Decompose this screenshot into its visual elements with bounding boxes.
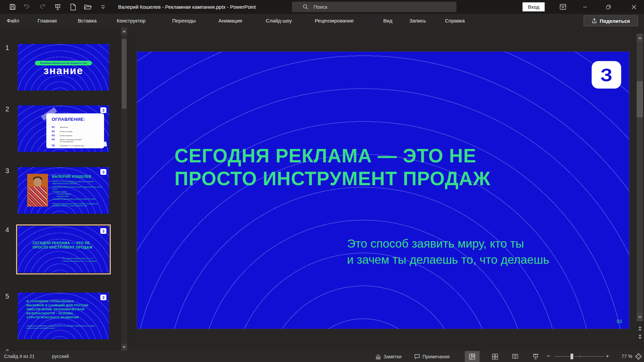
zoom-in-button[interactable]: + [606, 354, 611, 359]
save-icon[interactable] [8, 3, 17, 11]
scrollbar-thumb[interactable] [637, 81, 643, 117]
slide-sorter-view-button[interactable] [488, 351, 502, 362]
scroll-down-arrow[interactable] [121, 344, 127, 351]
restore-button[interactable] [599, 0, 618, 14]
start-slideshow-icon[interactable] [53, 3, 62, 11]
slide3-bullet: Сертифицированный практикующий предприни… [52, 186, 103, 190]
znanie-logo-badge: З [100, 295, 106, 300]
undo-icon[interactable] [23, 3, 32, 11]
slide2-heading: ОГЛАВЛЕНИЕ: [52, 117, 85, 122]
tab-animations[interactable]: Анимация [218, 14, 243, 28]
sign-in-button[interactable]: Вход [523, 2, 545, 11]
slide-number-1: 1 [5, 44, 9, 52]
tab-help[interactable]: Справка [444, 14, 465, 28]
tab-home[interactable]: Главная [37, 14, 57, 28]
slide-counter[interactable]: Слайд 4 из 21 [4, 354, 35, 359]
reading-view-button[interactable] [508, 351, 523, 362]
document-title: Валерий Кошелев - Рекламная кампания.ppt… [118, 4, 256, 10]
slide-title[interactable]: СЕГОДНЯ РЕКЛАМА — ЭТО НЕ ПРОСТО ИНСТРУМЕ… [175, 144, 491, 190]
notes-icon [375, 354, 381, 359]
workspace: 1 2 3 4 5 6 Рекламная кампания или как п… [0, 28, 644, 351]
share-button[interactable]: Поделиться [584, 15, 638, 26]
slide-number-2: 2 [5, 105, 9, 113]
paper-decoration [97, 142, 107, 148]
slide5-thumb-caption: государство поддерживает предприниматель… [27, 325, 97, 329]
share-icon [592, 18, 597, 23]
normal-view-icon [469, 354, 476, 360]
comments-toggle[interactable]: Примечания [414, 351, 450, 362]
search-box[interactable] [292, 2, 456, 12]
search-input[interactable] [305, 4, 426, 10]
tab-transitions[interactable]: Переходы [171, 14, 196, 28]
tab-insert[interactable]: Вставка [77, 14, 97, 28]
slide3-bullet: Эксперт и спикер [52, 191, 103, 193]
toc-label: Сообщение: что ты говоришь миру [60, 145, 84, 147]
scroll-up-arrow[interactable] [637, 34, 643, 42]
status-bar: Слайд 4 из 21 русский Заметки Примечания… [0, 351, 644, 362]
slide3-bullet: Учредитель маркетингового агентства Sale… [52, 198, 103, 200]
scrollbar-track[interactable] [637, 34, 643, 321]
toc-label: Зачем ты запускаешь рекламу? [60, 139, 82, 141]
slide2-card: ОГЛАВЛЕНИЕ: 01Знакомство 02Почему это ва… [46, 113, 104, 148]
slide-number-4: 4 [5, 226, 9, 234]
current-slide[interactable]: З СЕГОДНЯ РЕКЛАМА — ЭТО НЕ ПРОСТО ИНСТРУ… [137, 52, 629, 329]
tab-record[interactable]: Запись [409, 14, 427, 28]
open-folder-icon[interactable] [84, 3, 92, 11]
ribbon-tab-bar: Файл Главная Вставка Конструктор Переход… [0, 14, 644, 28]
slide-number-3: 3 [5, 167, 9, 175]
toc-label: Знакомство [60, 126, 68, 128]
zoom-out-button[interactable]: − [547, 354, 552, 359]
zoom-slider-thumb[interactable] [571, 354, 573, 359]
fit-slide-to-window-button[interactable] [635, 353, 642, 361]
tab-slideshow[interactable]: Слайд-шоу [265, 14, 293, 28]
slide-thumbnail-2[interactable]: З ОГЛАВЛЕНИЕ: 01Знакомство 02Почему это … [18, 105, 109, 152]
slide3-bullet: Финалист федерального проекта ТопБлог, п… [52, 203, 103, 207]
toc-num: 04 [52, 138, 56, 141]
next-slide-button[interactable] [637, 333, 643, 341]
znanie-logo-badge: З [100, 228, 106, 234]
slide-subtitle[interactable]: Это способ заявить миру, кто ты и зачем … [347, 236, 549, 268]
slide-page-number: 03 [616, 319, 622, 324]
slide-number-6: 6 [5, 348, 9, 351]
new-file-icon[interactable] [68, 3, 77, 11]
slideshow-view-button[interactable] [528, 351, 543, 362]
thumbnail-scrollbar[interactable] [121, 28, 127, 351]
language-indicator[interactable]: русский [52, 354, 69, 359]
previous-slide-button[interactable] [637, 324, 643, 332]
minimize-button[interactable] [576, 0, 594, 14]
speaker-photo [27, 174, 48, 207]
slide-canvas-area: З СЕГОДНЯ РЕКЛАМА — ЭТО НЕ ПРОСТО ИНСТРУ… [129, 28, 636, 351]
slideshow-view-icon [532, 354, 539, 360]
fit-window-icon [635, 353, 642, 360]
scrollbar-thumb[interactable] [122, 39, 127, 109]
scroll-down-arrow[interactable] [637, 313, 643, 321]
customize-toolbar-chevron-icon[interactable] [99, 3, 107, 11]
close-button[interactable] [624, 0, 644, 14]
reading-view-icon [512, 354, 518, 359]
quick-access-toolbar [0, 3, 107, 11]
notes-toggle[interactable]: Заметки [375, 351, 402, 362]
slide3-speaker-name: ВАЛЕРИЙ КОШЕЛЕВ [52, 174, 91, 178]
ribbon-display-options-button[interactable] [553, 0, 572, 14]
toc-label: Ошибки новичков [60, 135, 72, 137]
slide3-subbullet: Телеканал Феникс [55, 193, 106, 195]
normal-view-button[interactable] [465, 351, 480, 362]
main-scrollbar[interactable] [636, 28, 644, 351]
slide3-subbullet: Карнавал МОП [55, 195, 106, 197]
zoom-level[interactable]: 77 % [617, 354, 632, 359]
slide-thumbnail-1[interactable]: Рекламная кампания или как продвинуть се… [18, 44, 109, 91]
toc-label: Почему это важно [60, 131, 72, 133]
tab-review[interactable]: Рецензирование [314, 14, 354, 28]
znanie-logo-badge: З [100, 169, 106, 175]
slide-thumbnail-5[interactable]: З В УСЛОВИЯХ ГЛОБАЛЬНЫХ ВЫЗОВОВ И САНКЦИ… [18, 293, 109, 339]
slide-thumbnail-3[interactable]: З ВАЛЕРИЙ КОШЕЛЕВ Более 10-ти лет в прод… [18, 167, 109, 214]
scroll-up-arrow[interactable] [121, 28, 127, 35]
tab-view[interactable]: Вид [383, 14, 393, 28]
toc-num: 01 [52, 125, 56, 128]
tab-design[interactable]: Конструктор [116, 14, 146, 28]
tab-file[interactable]: Файл [6, 14, 20, 28]
redo-icon[interactable] [38, 3, 47, 11]
slide-thumbnail-panel: 1 2 3 4 5 6 Рекламная кампания или как п… [0, 28, 129, 351]
slide5-thumb-title: В УСЛОВИЯХ ГЛОБАЛЬНЫХ ВЫЗОВОВ И САНКЦИЙ … [27, 299, 89, 319]
slide-thumbnail-4-selected[interactable]: З СЕГОДНЯ РЕКЛАМА — ЭТО НЕ ПРОСТО ИНСТРУ… [18, 226, 109, 273]
